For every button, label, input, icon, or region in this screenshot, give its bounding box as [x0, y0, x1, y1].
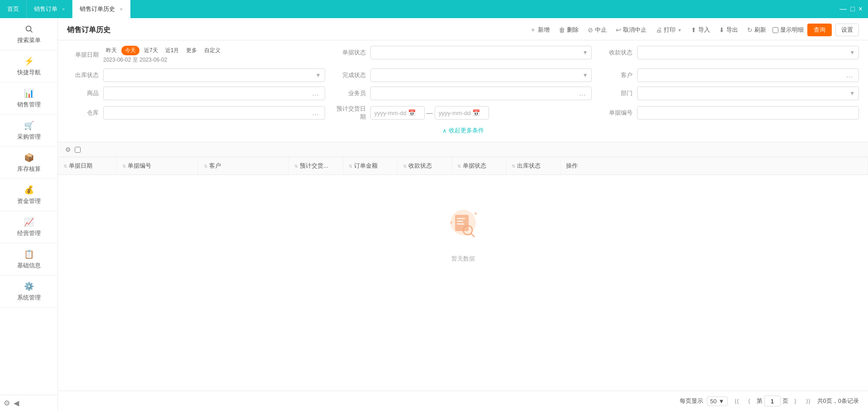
svg-rect-4 — [457, 218, 465, 219]
tab-sales-order-history-close[interactable]: × — [120, 6, 122, 12]
th-order-label: 单据编号 — [128, 162, 151, 170]
page-size-select[interactable]: 50 ▼ — [707, 396, 727, 406]
sidebar-item-system-mgmt[interactable]: ⚙️ 系统管理 — [0, 276, 58, 308]
tab-sales-order[interactable]: 销售订单 × — [27, 0, 72, 18]
department-select[interactable]: ▼ — [637, 87, 859, 100]
delivery-date-to-calendar-icon[interactable]: 📅 — [472, 109, 480, 116]
th-delivery[interactable]: ⇅ 预计交货... — [289, 157, 343, 174]
sidebar-item-business-mgmt[interactable]: 📈 经营管理 — [0, 211, 58, 243]
th-amount[interactable]: ⇅ 订单金额 — [343, 157, 398, 174]
warehouse-status-select[interactable]: ▼ — [103, 68, 325, 82]
sort-order-icon: ⇅ — [122, 164, 126, 169]
search-menu-icon — [24, 24, 34, 34]
print-label: 打印 — [664, 26, 676, 34]
sidebar-item-search-menu[interactable]: 搜索菜单 — [0, 18, 58, 50]
sidebar-item-quick-nav[interactable]: ⚡ 快捷导航 — [0, 50, 58, 82]
th-bill-status[interactable]: ⇅ 单据状态 — [452, 157, 506, 174]
tab-sales-order-history[interactable]: 销售订单历史 × — [72, 0, 130, 18]
tab-list: 首页 销售订单 × 销售订单历史 × — [0, 0, 834, 18]
svg-line-8 — [471, 233, 474, 237]
bill-number-input[interactable] — [637, 106, 859, 120]
product-select[interactable]: … — [103, 87, 325, 100]
sidebar-item-base-info[interactable]: 📋 基础信息 — [0, 243, 58, 276]
date-tag-last7[interactable]: 近7天 — [141, 46, 161, 55]
sidebar-item-purchase-mgmt[interactable]: 🛒 采购管理 — [0, 115, 58, 147]
page-number-input[interactable] — [764, 396, 781, 406]
delivery-date-from-calendar-icon[interactable]: 📅 — [408, 109, 416, 116]
date-tag-yesterday[interactable]: 昨天 — [103, 46, 120, 55]
base-info-icon: 📋 — [24, 249, 34, 260]
th-order[interactable]: ⇅ 单据编号 — [117, 157, 198, 174]
delivery-date-to-input[interactable]: yyyy-mm-dd 📅 — [435, 106, 489, 120]
export-button[interactable]: ⬇ 导出 — [716, 24, 741, 36]
sidebar-item-sales-mgmt[interactable]: 📊 销售管理 — [0, 82, 58, 115]
refresh-button[interactable]: ↻ 刷新 — [744, 24, 769, 36]
page-last-button[interactable]: ⟩⟩ — [803, 396, 814, 406]
svg-line-1 — [30, 31, 32, 33]
sales-person-ellipsis-icon[interactable]: … — [577, 89, 588, 97]
display-columns-toggle[interactable]: 显示明细 — [772, 26, 804, 34]
sidebar-item-finance[interactable]: 💰 资金管理 — [0, 179, 58, 211]
cancel-stop-button[interactable]: ↩ 取消中止 — [613, 24, 649, 36]
table-area: ⚙ ⇅ 单据日期 ⇅ 单据编号 ⇅ 客户 ⇅ 预计交 — [58, 142, 868, 391]
stop-icon: ⊘ — [588, 26, 593, 34]
svg-text:✦: ✦ — [473, 210, 478, 217]
page-prev-button[interactable]: ⟨ — [744, 396, 755, 406]
svg-rect-5 — [457, 221, 463, 222]
delete-button[interactable]: 🗑 删除 — [556, 24, 581, 36]
table-settings-icon[interactable]: ⚙ — [65, 146, 71, 153]
collapse-sidebar-icon[interactable]: ◀ — [14, 399, 19, 407]
th-customer[interactable]: ⇅ 客户 — [198, 157, 289, 174]
delivery-date-to-placeholder: yyyy-mm-dd — [439, 110, 471, 116]
stop-button[interactable]: ⊘ 中止 — [585, 24, 609, 36]
th-warehouse-status[interactable]: ⇅ 出库状态 — [506, 157, 561, 174]
date-tag-custom[interactable]: 自定义 — [201, 46, 223, 55]
date-tag-more[interactable]: 更多 — [183, 46, 200, 55]
maximize-icon[interactable]: □ — [850, 5, 855, 13]
close-icon[interactable]: × — [858, 5, 863, 13]
sales-person-select[interactable]: … — [370, 87, 592, 100]
warehouse-ellipsis-icon[interactable]: … — [310, 109, 321, 117]
th-delivery-label: 预计交货... — [300, 162, 328, 170]
warehouse-select[interactable]: … — [103, 106, 325, 120]
delivery-date-from-input[interactable]: yyyy-mm-dd 📅 — [370, 106, 425, 120]
customer-select[interactable]: … — [637, 68, 859, 82]
export-label: 导出 — [726, 26, 738, 34]
sidebar-item-search-menu-label: 搜索菜单 — [17, 36, 41, 44]
select-all-checkbox[interactable] — [75, 147, 81, 153]
query-button[interactable]: 查询 — [807, 24, 832, 36]
svg-rect-6 — [457, 223, 464, 225]
date-tag-last1m[interactable]: 近1月 — [163, 46, 182, 55]
import-button[interactable]: ⬆ 导入 — [688, 24, 713, 36]
new-button[interactable]: ＋ 新增 — [527, 24, 552, 36]
sales-person-label: 业务员 — [334, 89, 370, 97]
system-mgmt-icon: ⚙️ — [24, 281, 34, 292]
sales-mgmt-icon: 📊 — [24, 88, 34, 99]
sidebar-item-inventory[interactable]: 📦 库存核算 — [0, 147, 58, 179]
sidebar-item-purchase-mgmt-label: 采购管理 — [17, 133, 41, 141]
th-payment[interactable]: ⇅ 收款状态 — [398, 157, 452, 174]
product-ellipsis-icon[interactable]: … — [310, 89, 321, 97]
filter-area: 单据日期 昨天 今天 近7天 近1月 更多 自定义 2023-06-02 至 2… — [58, 40, 868, 142]
print-button[interactable]: 🖨 打印 ▼ — [653, 24, 685, 36]
complete-status-select[interactable]: ▼ — [370, 68, 592, 82]
customer-ellipsis-icon[interactable]: … — [844, 71, 855, 79]
page-nav: ⟨⟨ ⟨ 第 页 ⟩ ⟩⟩ — [731, 396, 814, 406]
settings-button[interactable]: 设置 — [835, 24, 859, 36]
page-next-button[interactable]: ⟩ — [790, 396, 801, 406]
settings-bottom-icon[interactable]: ⚙ — [4, 399, 10, 407]
minimize-icon[interactable]: — — [839, 5, 847, 13]
bill-status-select[interactable]: ▼ — [370, 46, 592, 59]
date-tag-today[interactable]: 今天 — [121, 46, 139, 55]
tab-sales-order-close[interactable]: × — [62, 6, 65, 12]
pagination: 每页显示 50 ▼ ⟨⟨ ⟨ 第 页 ⟩ ⟩⟩ 共0页，0条记录 — [58, 391, 868, 411]
payment-status-select[interactable]: ▼ — [637, 46, 859, 59]
th-action-label: 操作 — [566, 162, 578, 170]
th-amount-label: 订单金额 — [354, 162, 378, 170]
page-size-label: 每页显示 — [680, 397, 703, 405]
tab-home[interactable]: 首页 — [0, 0, 27, 18]
collapse-filter-button[interactable]: ∧ 收起更多条件 — [67, 125, 859, 136]
page-first-button[interactable]: ⟨⟨ — [731, 396, 742, 406]
th-date[interactable]: ⇅ 单据日期 — [58, 157, 117, 174]
display-columns-checkbox[interactable] — [772, 27, 778, 33]
